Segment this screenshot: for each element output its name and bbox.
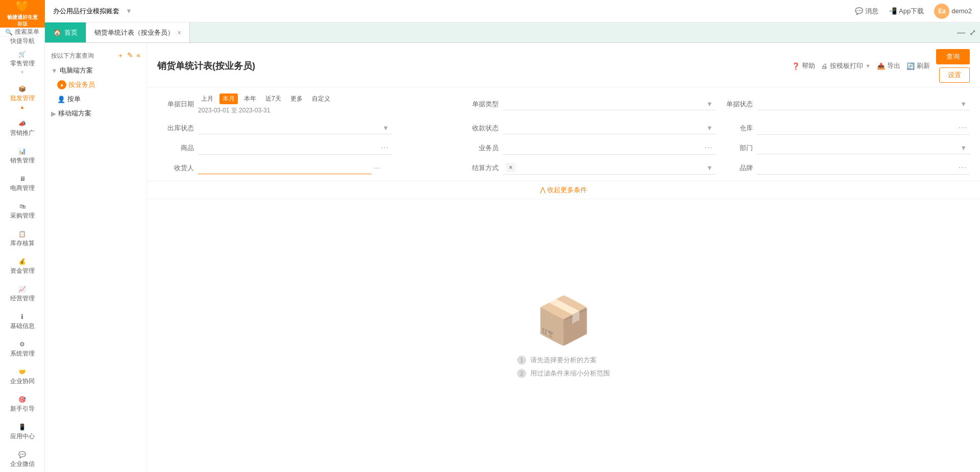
- search-menu[interactable]: 🔍 搜索菜单: [0, 28, 45, 37]
- sidebar-item-retail[interactable]: 🛒 零售管理 ▼: [0, 45, 45, 80]
- refresh-btn[interactable]: 🔄 刷新: [906, 61, 930, 70]
- help-btn[interactable]: ❓ 帮助: [792, 61, 815, 70]
- wechat-label: 企业微信: [10, 460, 35, 468]
- salesman-select[interactable]: ···: [503, 141, 716, 155]
- tree-desktop-label: 电脑端方案: [60, 66, 93, 75]
- warehouse-select[interactable]: ···: [757, 121, 970, 135]
- sidebar-item-wechat[interactable]: 💬 企业微信: [0, 446, 45, 472]
- product-select[interactable]: ···: [198, 141, 392, 155]
- print-btn[interactable]: 🖨 按模板打印 ▼: [821, 61, 871, 70]
- docstatus-select[interactable]: ▼: [757, 98, 970, 110]
- date-tab-this-month[interactable]: 本月: [219, 93, 238, 104]
- empty-tip-2: 2 用过滤条件来缩小分析范围: [517, 369, 610, 378]
- date-range: 2023-03-01 至 2023-03-31: [198, 106, 337, 115]
- date-tabs: 上月 本月 本年 近7天 更多 自定义: [198, 93, 333, 104]
- main-area: 办公用品行业模拟账套 ▼ 💬 消息 📲 App下载 Ea demo2 🏠 首页: [45, 0, 980, 472]
- brand-dots[interactable]: ···: [959, 163, 967, 172]
- sidebar-item-purchase[interactable]: 🛍 采购管理: [0, 198, 45, 225]
- salesman-dots[interactable]: ···: [704, 143, 713, 152]
- outstatus-select[interactable]: ▼: [198, 122, 392, 134]
- wechat-icon: 💬: [18, 451, 26, 458]
- tip-num-1: 1: [517, 356, 526, 365]
- filter-col-doctype: 单据类型 ▼: [462, 98, 716, 110]
- sidebar-item-inventory[interactable]: 📋 库存核算: [0, 225, 45, 253]
- empty-tip-1: 1 请先选择要分析的方案: [517, 356, 610, 365]
- tree-salesman-label: 按业务员: [68, 80, 95, 89]
- settings-button[interactable]: 设置: [939, 67, 970, 83]
- sidebar-item-system[interactable]: ⚙ 系统管理: [0, 336, 45, 363]
- settle-chevron-icon: ▼: [706, 164, 713, 172]
- page-header-actions: ❓ 帮助 🖨 按模板打印 ▼ 📤 导出 🔄 刷新: [792, 49, 970, 83]
- marketing-icon: 📣: [18, 120, 26, 127]
- shortcut-nav[interactable]: 快捷导航: [0, 37, 45, 45]
- settle-tag-close[interactable]: ×: [509, 164, 512, 171]
- dropdown-icon[interactable]: ▼: [126, 7, 132, 15]
- date-tab-prev-month[interactable]: 上月: [198, 93, 216, 104]
- tree-mobile-expand-icon: ▶: [51, 110, 56, 117]
- left-panel-header: 按以下方案查询 ＋ ✎ «: [45, 48, 146, 63]
- product-dots[interactable]: ···: [381, 143, 389, 152]
- export-btn[interactable]: 📤 导出: [877, 61, 900, 70]
- sidebar-item-ecommerce[interactable]: 🖥 电商管理: [0, 170, 45, 198]
- topbar-right: 💬 消息 📲 App下载 Ea demo2: [855, 4, 972, 19]
- app-download-label: App下载: [899, 7, 924, 16]
- sidebar-item-appcenter[interactable]: 📱 应用中心: [0, 418, 45, 446]
- sidebar-item-marketing[interactable]: 📣 营销推广: [0, 115, 45, 143]
- tab-minimize-icon[interactable]: —: [957, 28, 965, 37]
- add-scheme-icon[interactable]: ＋: [117, 51, 124, 60]
- logo-icon: 🧡: [15, 0, 29, 13]
- brand-select[interactable]: ···: [757, 161, 970, 175]
- marketing-label: 营销推广: [10, 129, 35, 137]
- empty-tips: 1 请先选择要分析的方案 2 用过滤条件来缩小分析范围: [517, 356, 610, 378]
- receiver-label: 收货人: [157, 163, 198, 173]
- filter-col-settle: 结算方式 × ▼: [462, 161, 716, 175]
- tab-maximize-icon[interactable]: ⤢: [969, 28, 976, 37]
- retail-arrow: ▼: [20, 69, 25, 75]
- receiver-input[interactable]: [198, 162, 372, 174]
- date-tab-more[interactable]: 更多: [287, 93, 306, 104]
- tree-by-salesman[interactable]: ● 按业务员: [45, 78, 146, 92]
- filter-col-receiver: 收货人 ···: [157, 162, 462, 174]
- tab-sales-report[interactable]: 销货单统计表（按业务员） ×: [86, 22, 190, 42]
- dept-select[interactable]: ▼: [757, 142, 970, 154]
- tree-desktop[interactable]: ▼ 电脑端方案: [45, 63, 146, 78]
- empty-illustration: 📦: [535, 294, 592, 347]
- avatar: Ea: [934, 4, 949, 19]
- receiver-dots[interactable]: ···: [372, 163, 382, 173]
- filter-col-product: 商品 ···: [157, 141, 462, 155]
- sidebar-item-base[interactable]: ℹ 基础信息: [0, 308, 45, 336]
- sidebar-item-finance[interactable]: 💰 资金管理: [0, 253, 45, 280]
- tip-text-2: 用过滤条件来缩小分析范围: [530, 369, 610, 378]
- app-download-btn[interactable]: 📲 App下载: [889, 7, 924, 16]
- date-tab-last7[interactable]: 近7天: [262, 93, 284, 104]
- settle-label: 结算方式: [462, 163, 503, 173]
- tree-by-order[interactable]: 👤 按单: [45, 92, 146, 106]
- date-tab-this-year[interactable]: 本年: [241, 93, 259, 104]
- collapse-btn[interactable]: ⋀ 收起更多条件: [147, 181, 980, 199]
- doctype-select[interactable]: ▼: [503, 98, 716, 110]
- product-label: 商品: [157, 144, 198, 153]
- tab-home[interactable]: 🏠 首页: [45, 22, 86, 42]
- message-btn[interactable]: 💬 消息: [855, 7, 878, 16]
- receiptstatus-select[interactable]: ▼: [503, 122, 716, 134]
- sidebar-item-newbie[interactable]: 🎯 新手引导: [0, 391, 45, 418]
- sidebar-item-wholesale[interactable]: 📦 批发管理 ▲: [0, 80, 45, 115]
- date-tab-custom[interactable]: 自定义: [309, 93, 333, 104]
- edit-scheme-icon[interactable]: ✎: [127, 51, 133, 60]
- docstatus-chevron-icon: ▼: [960, 100, 967, 108]
- finance-label: 资金管理: [10, 267, 35, 275]
- shortcuts-label: 快捷导航: [10, 37, 35, 45]
- print-icon: 🖨: [821, 62, 828, 70]
- tip-num-2: 2: [517, 369, 526, 378]
- page-title: 销货单统计表(按业务员): [157, 60, 255, 72]
- warehouse-dots[interactable]: ···: [959, 123, 967, 132]
- collapse-left-icon[interactable]: «: [136, 51, 140, 60]
- tab-close-icon[interactable]: ×: [177, 29, 181, 37]
- tree-mobile[interactable]: ▶ 移动端方案: [45, 106, 146, 121]
- sidebar-item-operation[interactable]: 📈 经营管理: [0, 280, 45, 308]
- query-button[interactable]: 查询: [936, 49, 970, 64]
- sidebar-item-sales[interactable]: 📊 销售管理: [0, 143, 45, 170]
- user-menu[interactable]: Ea demo2: [934, 4, 972, 19]
- tab-bar: 🏠 首页 销货单统计表（按业务员） × — ⤢: [45, 22, 980, 43]
- sidebar-item-enterprise[interactable]: 🤝 企业协同: [0, 363, 45, 391]
